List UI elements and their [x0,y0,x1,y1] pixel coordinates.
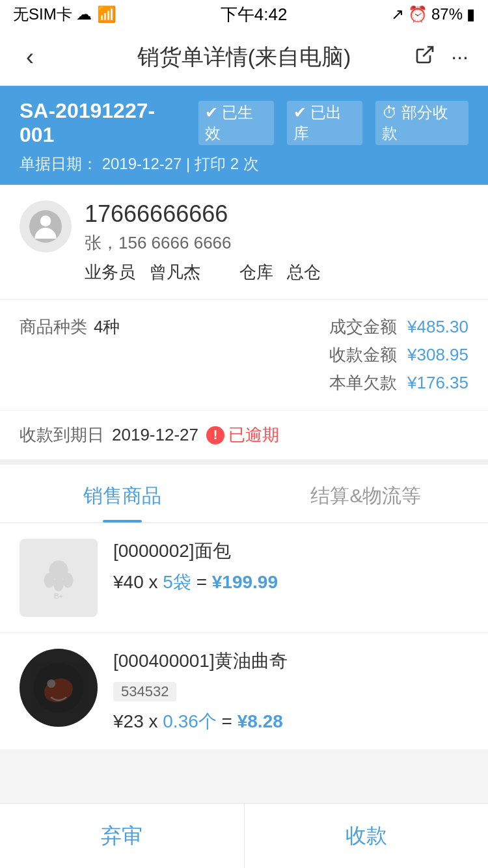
product-name-1: [0000002]面包 [113,539,468,563]
total-2: ¥8.28 [237,711,283,731]
warehouse-value: 总仓 [287,262,321,282]
list-item: B+ [0000002]面包 ¥40 x 5袋 = ¥199.99 [0,523,488,633]
amount-stats: 成交金额 ¥485.30 收款金额 ¥308.95 本单欠款 ¥176.35 [329,316,468,394]
price-base-2: ¥23 [113,711,144,731]
back-button[interactable]: ‹ [20,37,40,77]
svg-point-5 [62,573,73,588]
qty-1: 5袋 [163,572,191,592]
order-number: SA-20191227-001 [20,99,185,147]
warehouse-info: 仓库 总仓 [239,261,321,284]
amount-row: 成交金额 ¥485.30 [329,316,468,338]
product-info-2: [000400001]黄油曲奇 534532 ¥23 x 0.36个 = ¥8.… [113,649,468,734]
sim-status: 无SIM卡 ☁ [13,4,92,25]
qty-2: 0.36个 [163,711,217,731]
salesman-label: 业务员 曾凡杰 [85,261,200,284]
debt-value: ¥176.35 [407,373,468,393]
nav-bar: ‹ 销货单详情(来自电脑) ··· [0,29,488,86]
share-icon[interactable] [414,44,435,70]
customer-info: 17666666666 张，156 6666 6666 业务员 曾凡杰 仓库 总… [85,200,468,284]
product-name-2: [000400001]黄油曲奇 [113,649,468,673]
amount-value: ¥485.30 [407,317,468,337]
location-icon: ↗ [391,5,404,23]
product-image-1: B+ [20,539,98,617]
salesman-value: 曾凡杰 [150,262,200,282]
price-base-1: ¥40 [113,572,144,592]
more-icon[interactable]: ··· [451,45,468,69]
avatar-icon [29,210,62,243]
nav-actions: ··· [414,44,468,70]
product-sku-2: 534532 [113,682,176,701]
debt-row: 本单欠款 ¥176.35 [329,372,468,394]
battery-level: 87% [431,5,463,23]
alarm-icon: ⏰ [408,5,427,23]
customer-meta: 业务员 曾凡杰 仓库 总仓 [85,261,468,284]
tab-settlement[interactable]: 结算&物流等 [244,465,488,522]
category-value: 4种 [94,316,120,338]
tab-sales-products[interactable]: 销售商品 [0,465,244,522]
svg-point-1 [40,215,51,226]
svg-point-9 [47,679,55,688]
svg-point-3 [44,573,55,588]
status-bar: 无SIM卡 ☁ 📶 下午4:42 ↗ ⏰ 87% ▮ [0,0,488,29]
status-badge-partial: ⏱ 部分收款 [375,101,468,145]
battery-icon: ▮ [467,5,475,23]
due-label: 收款到期日 [20,424,104,446]
print-info: | 打印 2 次 [186,155,259,172]
collect-payment-button[interactable]: 收款 [245,804,489,868]
date-label: 单据日期： [20,155,98,172]
status-time: 下午4:42 [221,3,288,26]
svg-line-0 [424,47,433,57]
status-left: 无SIM卡 ☁ 📶 [13,4,116,25]
wifi-icon: 📶 [97,5,116,23]
cancel-review-button[interactable]: 弃审 [0,804,245,868]
status-badge-effective: ✔ 已生效 [198,101,274,145]
order-date-info: 单据日期： 2019-12-27 | 打印 2 次 [20,154,468,174]
overdue-badge: ! 已逾期 [206,424,279,446]
due-date: 2019-12-27 [112,425,198,445]
received-row: 收款金额 ¥308.95 [329,344,468,366]
product-list: B+ [0000002]面包 ¥40 x 5袋 = ¥199.99 [0,523,488,750]
due-section: 收款到期日 2019-12-27 ! 已逾期 [0,411,488,465]
avatar [20,200,72,252]
category-label: 商品种类 [20,316,87,338]
svg-text:B+: B+ [54,592,63,600]
product-price-2: ¥23 x 0.36个 = ¥8.28 [113,709,468,734]
info-band-top: SA-20191227-001 ✔ 已生效 ✔ 已出库 ⏱ 部分收款 [20,99,468,147]
tabs: 销售商品 结算&物流等 [0,465,488,523]
received-value: ¥308.95 [407,345,468,365]
bottom-bar: 弃审 收款 [0,803,488,868]
overdue-text: 已逾期 [228,424,279,446]
svg-point-4 [53,576,64,591]
list-item: [000400001]黄油曲奇 534532 ¥23 x 0.36个 = ¥8.… [0,633,488,750]
customer-name-phone: 张，156 6666 6666 [85,232,468,254]
stats-section: 商品种类 4种 成交金额 ¥485.30 收款金额 ¥308.95 本单欠款 ¥… [0,300,488,411]
info-band: SA-20191227-001 ✔ 已生效 ✔ 已出库 ⏱ 部分收款 单据日期：… [0,86,488,185]
order-date: 2019-12-27 [102,155,182,172]
category-stats: 商品种类 4种 [20,316,329,338]
product-price-1: ¥40 x 5袋 = ¥199.99 [113,570,468,595]
product-info-1: [0000002]面包 ¥40 x 5袋 = ¥199.99 [113,539,468,595]
customer-section: 17666666666 张，156 6666 6666 业务员 曾凡杰 仓库 总… [0,185,488,300]
status-right: ↗ ⏰ 87% ▮ [391,5,475,23]
customer-id: 17666666666 [85,200,468,228]
page-title: 销货单详情(来自电脑) [137,42,351,72]
overdue-icon: ! [206,426,224,444]
product-image-2 [20,649,98,727]
total-1: ¥199.99 [212,572,278,592]
status-badge-shipped: ✔ 已出库 [287,101,362,145]
